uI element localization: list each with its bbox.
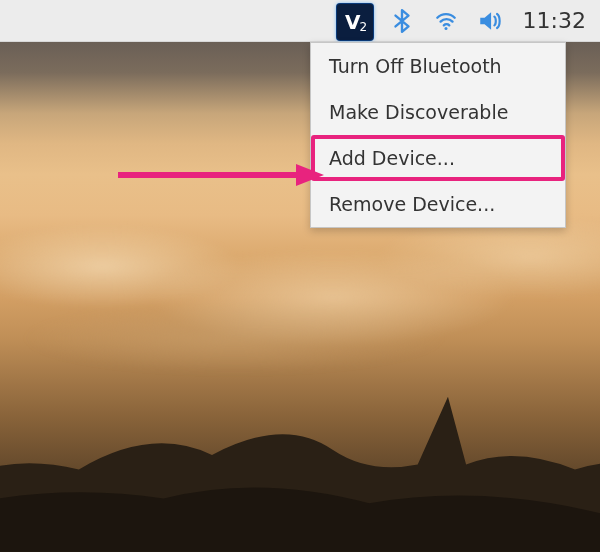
top-panel: V2 11:32 — [0, 0, 600, 42]
svg-point-0 — [444, 27, 447, 30]
menu-item-turn-off-bluetooth[interactable]: Turn Off Bluetooth — [311, 43, 565, 89]
menu-item-label: Remove Device... — [329, 193, 495, 215]
menu-item-remove-device[interactable]: Remove Device... — [311, 181, 565, 227]
wallpaper-mountain-ridge — [0, 358, 600, 552]
panel-clock[interactable]: 11:32 — [519, 8, 590, 33]
vnc-label: V — [345, 10, 358, 34]
bluetooth-menu: Turn Off Bluetooth Make Discoverable Add… — [310, 42, 566, 228]
volume-icon[interactable] — [475, 6, 505, 36]
menu-item-label: Add Device... — [329, 147, 455, 169]
menu-item-label: Make Discoverable — [329, 101, 508, 123]
svg-marker-2 — [296, 164, 324, 186]
bluetooth-icon[interactable] — [387, 6, 417, 36]
vnc-sublabel: 2 — [360, 20, 366, 34]
vnc-server-tray-icon[interactable]: V2 — [337, 4, 373, 40]
screenshot-root: V2 11:32 — [0, 0, 600, 552]
menu-item-make-discoverable[interactable]: Make Discoverable — [311, 89, 565, 135]
menu-item-add-device[interactable]: Add Device... — [311, 135, 565, 181]
menu-item-label: Turn Off Bluetooth — [329, 55, 502, 77]
wifi-icon[interactable] — [431, 6, 461, 36]
annotation-arrow — [118, 160, 328, 190]
